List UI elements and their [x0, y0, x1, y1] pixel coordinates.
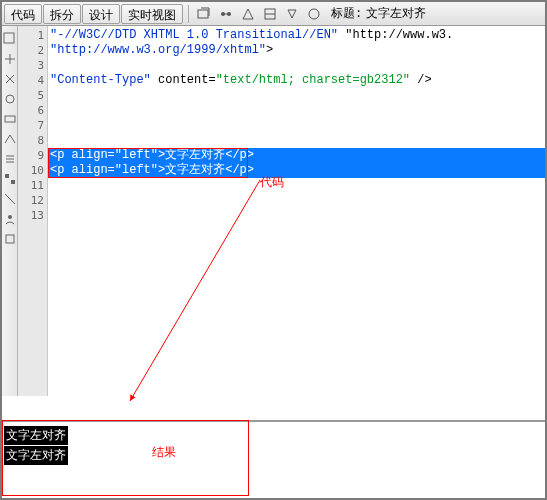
svg-rect-10: [5, 174, 9, 178]
code-line[interactable]: [48, 58, 545, 73]
annotation-result-box: [2, 420, 249, 496]
sidebar-icon-6[interactable]: [3, 132, 17, 146]
sidebar-icon-4[interactable]: [3, 92, 17, 106]
sidebar-icon-5[interactable]: [3, 112, 17, 126]
line-number: 11: [18, 178, 44, 193]
svg-rect-9: [5, 116, 15, 122]
line-number: 5: [18, 88, 44, 103]
code-line[interactable]: [48, 103, 545, 118]
tab-design[interactable]: 设计: [82, 4, 120, 24]
line-number: 12: [18, 193, 44, 208]
toolbar-icon-4[interactable]: [261, 5, 279, 23]
line-number-gutter: 1 2 3 4 5 6 7 8 9 10 11 12 13: [18, 26, 48, 396]
line-number: 7: [18, 118, 44, 133]
sidebar-icon-9[interactable]: [3, 192, 17, 206]
code-line[interactable]: </span>文字左对齐<span class="t-blue">: [48, 88, 545, 103]
line-number: 3: [18, 58, 44, 73]
title-value: 文字左对齐: [366, 5, 426, 22]
code-line[interactable]: [48, 193, 545, 208]
code-line[interactable]: [48, 133, 545, 148]
sidebar-icon-8[interactable]: [3, 172, 17, 186]
annotation-code-label: 代码: [260, 174, 284, 191]
annotation-result-label: 结果: [152, 444, 176, 461]
svg-rect-0: [198, 10, 208, 18]
annotation-code-box: [48, 148, 248, 178]
divider: [188, 5, 189, 23]
sidebar-icon-7[interactable]: [3, 152, 17, 166]
sidebar-icon-10[interactable]: [3, 212, 17, 226]
toolbar-icon-3[interactable]: [239, 5, 257, 23]
line-number: 4: [18, 73, 44, 88]
code-line[interactable]: [48, 178, 545, 193]
sidebar-icon-3[interactable]: [3, 72, 17, 86]
svg-point-8: [6, 95, 14, 103]
line-number: 8: [18, 133, 44, 148]
line-number: 2: [18, 43, 44, 58]
line-number: 10: [18, 163, 44, 178]
line-number: 9: [18, 148, 44, 163]
svg-rect-7: [4, 33, 14, 43]
toolbar-icon-2[interactable]: [217, 5, 235, 23]
code-line[interactable]: "-//W3C//DTD XHTML 1.0 Transitional//EN"…: [48, 28, 545, 43]
line-number: 1: [18, 28, 44, 43]
tab-code[interactable]: 代码: [4, 4, 42, 24]
sidebar-icon-11[interactable]: [3, 232, 17, 246]
left-sidebar: [2, 26, 18, 396]
code-line[interactable]: "http://www.w3.org/1999/xhtml">: [48, 43, 545, 58]
svg-point-6: [309, 9, 319, 19]
sidebar-icon-1[interactable]: [3, 32, 17, 46]
code-line[interactable]: [48, 118, 545, 133]
toolbar-icon-1[interactable]: [195, 5, 213, 23]
tab-split[interactable]: 拆分: [43, 4, 81, 24]
code-line[interactable]: "Content-Type" content="text/html; chars…: [48, 73, 545, 88]
toolbar-icon-5[interactable]: [283, 5, 301, 23]
top-toolbar: 代码 拆分 设计 实时视图 标题: 文字左对齐: [2, 2, 545, 26]
svg-rect-13: [6, 235, 14, 243]
tab-live-view[interactable]: 实时视图: [121, 4, 183, 24]
app-frame: 代码 拆分 设计 实时视图 标题: 文字左对齐 1: [0, 0, 547, 500]
title-label: 标题:: [331, 5, 362, 22]
code-editor[interactable]: "-//W3C//DTD XHTML 1.0 Transitional//EN"…: [48, 26, 545, 396]
line-number: 13: [18, 208, 44, 223]
line-number: 6: [18, 103, 44, 118]
toolbar-icon-6[interactable]: [305, 5, 323, 23]
sidebar-icon-2[interactable]: [3, 52, 17, 66]
svg-rect-11: [11, 180, 15, 184]
svg-point-12: [8, 215, 12, 219]
code-line[interactable]: [48, 208, 545, 223]
main-area: 1 2 3 4 5 6 7 8 9 10 11 12 13 "-//W3C//D…: [2, 26, 545, 498]
